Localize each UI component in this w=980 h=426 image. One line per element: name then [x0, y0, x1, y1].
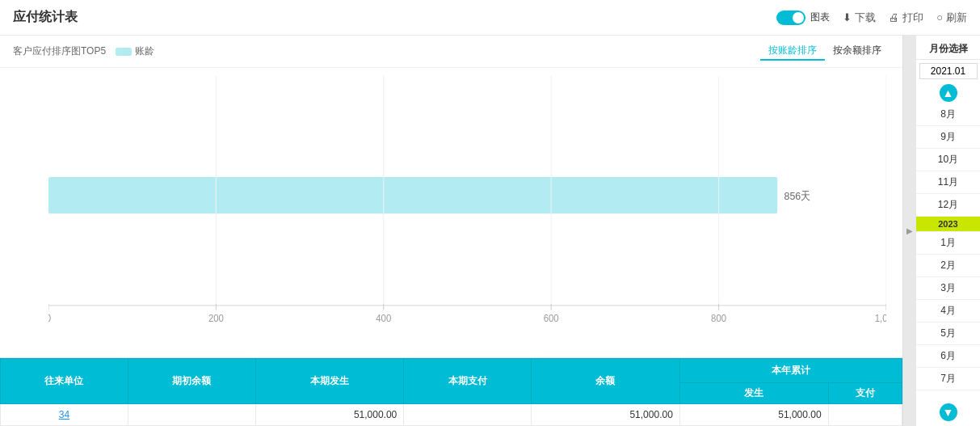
table-section: 往来单位 期初余额 本期发生 本期支付 余额 本年累计 发生 支付	[0, 357, 902, 426]
col-ytd-pay: 支付	[828, 383, 902, 404]
chart-toggle[interactable]: 图表	[776, 11, 830, 25]
col-current-pay: 本期支付	[404, 359, 532, 404]
sidebar-nav-down: ▼	[916, 403, 980, 424]
ytd-pay-cell	[828, 404, 902, 426]
year-marker-2023: 2023	[916, 217, 980, 232]
svg-text:856天: 856天	[784, 190, 810, 203]
chart-label: 图表	[810, 11, 830, 24]
svg-text:800: 800	[711, 313, 726, 325]
unit-cell: 34	[1, 404, 128, 426]
app-header: 应付统计表 图表 ⬇ 下载 🖨 打印 ○ 刷新	[0, 0, 980, 36]
refresh-icon: ○	[936, 11, 943, 23]
balance-cell: 51,000.00	[532, 404, 680, 426]
svg-text:1,000: 1,000	[875, 313, 886, 325]
toggle-thumb	[793, 12, 804, 23]
main-content: 客户应付排序图TOP5 账龄 按账龄排序 按余额排序 34	[0, 36, 980, 426]
month-item-3[interactable]: 3月	[916, 277, 980, 300]
legend-item-age: 账龄	[116, 44, 154, 58]
page-title: 应付统计表	[13, 9, 78, 26]
current-occur-cell: 51,000.00	[255, 404, 404, 426]
month-item-4[interactable]: 4月	[916, 300, 980, 323]
month-item-5[interactable]: 5月	[916, 323, 980, 345]
sidebar-nav-up: ▲	[916, 84, 980, 102]
month-sidebar: 月份选择 ▲ 8月 9月 10月 11月 12月 2023 1月 2月 3月 4…	[915, 36, 980, 426]
col-current-occur: 本期发生	[255, 359, 404, 404]
chart-legend: 客户应付排序图TOP5 账龄	[13, 44, 154, 58]
table-wrapper: 往来单位 期初余额 本期发生 本期支付 余额 本年累计 发生 支付	[0, 358, 902, 426]
chart-header: 客户应付排序图TOP5 账龄 按账龄排序 按余额排序	[0, 36, 902, 68]
print-button[interactable]: 🖨 打印	[889, 11, 923, 25]
refresh-button[interactable]: ○ 刷新	[936, 11, 967, 25]
month-item-7[interactable]: 7月	[916, 368, 980, 390]
chart-body: 34 856天 0 200 40	[0, 68, 902, 357]
month-item-6[interactable]: 6月	[916, 345, 980, 368]
unit-link[interactable]: 34	[59, 409, 69, 420]
chart-table-area: 客户应付排序图TOP5 账龄 按账龄排序 按余额排序 34	[0, 36, 902, 426]
print-icon: 🖨	[889, 11, 899, 23]
data-table: 往来单位 期初余额 本期发生 本期支付 余额 本年累计 发生 支付	[0, 358, 902, 426]
svg-text:200: 200	[208, 313, 224, 325]
col-ytd-occur: 发生	[679, 383, 828, 404]
sort-by-amount-button[interactable]: 按余额排序	[825, 42, 890, 61]
col-balance: 余额	[532, 359, 680, 404]
svg-rect-1	[48, 177, 777, 213]
header-actions: 图表 ⬇ 下载 🖨 打印 ○ 刷新	[776, 11, 967, 25]
col-opening: 期初余额	[128, 359, 255, 404]
month-item-9[interactable]: 9月	[916, 126, 980, 149]
svg-text:400: 400	[376, 313, 391, 325]
month-item-2[interactable]: 2月	[916, 255, 980, 277]
sidebar-expand-handle[interactable]: ▶	[902, 36, 915, 426]
month-item-12[interactable]: 12月	[916, 194, 980, 217]
legend-item-top5: 客户应付排序图TOP5	[13, 44, 106, 58]
sort-buttons: 按账龄排序 按余额排序	[760, 42, 890, 61]
legend-label-top5: 客户应付排序图TOP5	[13, 44, 106, 58]
sidebar-title: 月份选择	[916, 36, 980, 60]
col-ytd: 本年累计	[679, 359, 902, 383]
current-pay-cell	[404, 404, 532, 426]
month-item-10[interactable]: 10月	[916, 149, 980, 171]
month-list: 8月 9月 10月 11月 12月 2023 1月 2月 3月 4月 5月 6月…	[916, 103, 980, 402]
nav-down-button[interactable]: ▼	[940, 403, 957, 421]
download-button[interactable]: ⬇ 下载	[843, 11, 876, 25]
svg-text:0: 0	[48, 313, 52, 325]
month-item-1[interactable]: 1月	[916, 232, 980, 255]
opening-cell	[128, 404, 255, 426]
col-from-unit: 往来单位	[1, 359, 128, 404]
toggle-track[interactable]	[776, 11, 805, 25]
sort-by-balance-button[interactable]: 按账龄排序	[760, 42, 825, 61]
ytd-occur-cell: 51,000.00	[679, 404, 828, 426]
chart-svg: 34 856天 0 200 40	[48, 76, 886, 333]
month-item-8[interactable]: 8月	[916, 103, 980, 126]
legend-dot	[116, 48, 132, 56]
month-item-11[interactable]: 11月	[916, 171, 980, 194]
table-row: 34 51,000.00 51,000.00 51,000.00	[1, 404, 902, 426]
legend-label-age: 账龄	[135, 44, 154, 58]
nav-up-button[interactable]: ▲	[940, 84, 957, 102]
svg-text:600: 600	[544, 313, 559, 325]
year-input[interactable]	[919, 63, 978, 79]
download-icon: ⬇	[843, 11, 852, 23]
